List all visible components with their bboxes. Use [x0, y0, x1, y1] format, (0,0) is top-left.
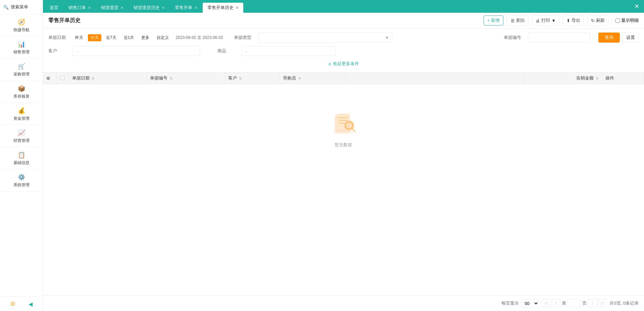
- tab-bar-right: ✕: [632, 3, 642, 10]
- date-opt-yesterday[interactable]: 昨天: [72, 34, 86, 41]
- th-customer-label: 客户: [228, 75, 237, 81]
- table-body: 暂无数据: [43, 84, 644, 171]
- add-button[interactable]: + 新增: [484, 15, 503, 25]
- collapse-button[interactable]: ∧ 收起更多条件: [324, 59, 363, 68]
- collapse-sidebar-icon[interactable]: ◀: [29, 301, 33, 307]
- next-page-btn[interactable]: ⟩: [588, 299, 597, 308]
- doc-type-section: 单据类型 ▼: [234, 33, 493, 43]
- empty-state: 暂无数据: [46, 87, 641, 168]
- th-customer[interactable]: 客户 ⇅: [225, 72, 280, 84]
- doc-type-arrow: ▼: [385, 35, 389, 40]
- export-icon: ⬆: [566, 18, 570, 23]
- sidebar-icon-sys-mgmt: ⚙️: [18, 173, 25, 181]
- header-checkbox[interactable]: [60, 75, 65, 80]
- tab-close-sales-return-history[interactable]: ✕: [162, 6, 165, 10]
- delete-button[interactable]: 🗑 删除: [507, 15, 529, 25]
- customer-sort-icon: ⇅: [239, 76, 242, 80]
- query-button[interactable]: 查询: [598, 33, 620, 43]
- refresh-button[interactable]: ↻ 刷新: [587, 15, 608, 25]
- date-opt-custom[interactable]: 自定义: [154, 34, 171, 41]
- last-page-btn[interactable]: ⟩⟩: [598, 299, 607, 308]
- prev-page-btn[interactable]: ⟨: [552, 299, 560, 308]
- per-page-label: 每页显示: [501, 300, 519, 306]
- customer-select[interactable]: ···: [72, 46, 200, 56]
- tab-bar: 首页销售订单✕销货退货✕销货退货历史✕零售开单✕零售开单历史✕ ✕: [43, 0, 644, 13]
- main-content: 首页销售订单✕销货退货✕销货退货历史✕零售开单✕零售开单历史✕ ✕ 零售开单历史…: [43, 0, 644, 311]
- tab-close-retail-open-history[interactable]: ✕: [236, 6, 239, 10]
- sidebar-item-basic-info[interactable]: 📋 基础信息: [0, 147, 43, 169]
- tab-label-sales-return-history: 销货退货历史: [134, 5, 160, 11]
- product-section: 商品 ···: [217, 46, 336, 56]
- date-opt-more[interactable]: 更多: [139, 34, 152, 41]
- sidebar-item-inventory[interactable]: 📦 库存核算: [0, 81, 43, 103]
- tab-close-retail-open[interactable]: ✕: [194, 6, 197, 10]
- sidebar-icon-finance: 💰: [18, 107, 25, 114]
- settings-icon[interactable]: ⚙: [10, 300, 15, 308]
- window-close-icon[interactable]: ✕: [632, 3, 642, 10]
- tab-sales-return-history[interactable]: 销货退货历史✕: [129, 3, 169, 13]
- table-header-row: ⚙ 单据日期 ⇅ 单据编号 ⇅ 客户 ⇅: [43, 72, 644, 84]
- empty-row: 暂无数据: [43, 84, 644, 171]
- per-page-select[interactable]: 50 10 20 100: [522, 299, 539, 308]
- settings-button[interactable]: 设置: [623, 33, 639, 43]
- sidebar-item-purchase-mgmt[interactable]: 🛒 采购管理: [0, 59, 43, 81]
- th-check[interactable]: [56, 72, 68, 84]
- sidebar-item-finance[interactable]: 💰 资金管理: [0, 103, 43, 125]
- print-button[interactable]: 🖨 打印 ▼: [532, 15, 559, 25]
- date-opt-last-month[interactable]: 近1月: [121, 34, 137, 41]
- sidebar-icon-inventory: 📦: [18, 85, 25, 92]
- display-detail-label: 显示明细: [621, 17, 639, 23]
- filter-row-1: 单据日期 昨天今天近7天近1月更多自定义 2023-06-02 至 2023-0…: [48, 33, 639, 43]
- page-title: 零售开单历史: [48, 17, 484, 24]
- guide-sort-icon: ⇅: [298, 76, 301, 80]
- th-amount[interactable]: 实销金额 ⇅: [524, 72, 602, 84]
- sidebar-item-sys-mgmt[interactable]: ⚙️ 系统管理: [0, 169, 43, 192]
- data-table: ⚙ 单据日期 ⇅ 单据编号 ⇅ 客户 ⇅: [43, 72, 644, 171]
- sidebar-search[interactable]: 🔍 搜索菜单: [0, 0, 43, 14]
- display-detail-checkbox[interactable]: [615, 18, 620, 23]
- th-date-label: 单据日期: [72, 75, 90, 81]
- first-page-btn[interactable]: ⟨⟨: [542, 299, 550, 308]
- amount-sort-icon: ⇅: [596, 76, 598, 80]
- doc-no-input[interactable]: [528, 33, 590, 43]
- tab-close-sales-return[interactable]: ✕: [120, 6, 123, 10]
- tab-home[interactable]: 首页: [45, 3, 63, 13]
- doc-type-select[interactable]: ▼: [258, 33, 392, 43]
- date-opt-last7[interactable]: 近7天: [103, 34, 119, 41]
- sidebar: 🔍 搜索菜单 🧭 快捷导航 📊 销售管理 🛒 采购管理 📦 库存核算 💰 资金管…: [0, 0, 43, 311]
- sidebar-item-sales-mgmt[interactable]: 📊 销售管理: [0, 37, 43, 59]
- tab-sales-return[interactable]: 销货退货✕: [96, 3, 128, 13]
- sidebar-label-quick-nav: 快捷导航: [13, 27, 30, 33]
- sidebar-bottom: ⚙ ◀: [0, 297, 43, 311]
- refresh-icon: ↻: [591, 18, 595, 23]
- th-guide[interactable]: 导购员 ⇅: [280, 72, 346, 84]
- tab-retail-open[interactable]: 零售开单✕: [170, 3, 202, 13]
- tab-close-sales-order[interactable]: ✕: [88, 6, 91, 10]
- th-no[interactable]: 单据编号 ⇅: [147, 72, 225, 84]
- svg-line-8: [352, 129, 355, 132]
- search-icon: 🔍: [3, 5, 9, 10]
- no-sort-icon: ⇅: [170, 76, 172, 80]
- date-opt-today[interactable]: 今天: [88, 34, 101, 41]
- date-sort-icon: ⇅: [92, 76, 94, 80]
- customer-label: 客户: [48, 48, 68, 54]
- empty-cell: 暂无数据: [43, 84, 644, 171]
- page-input[interactable]: 1: [567, 299, 581, 308]
- sidebar-label-sales-mgmt: 销售管理: [13, 49, 30, 55]
- tab-label-sales-return: 销货退货: [101, 5, 118, 11]
- tab-label-home: 首页: [50, 5, 58, 11]
- th-settings[interactable]: ⚙: [43, 72, 56, 84]
- th-spacer: [346, 72, 524, 84]
- sidebar-item-operation[interactable]: 📈 经营管理: [0, 125, 43, 147]
- th-no-label: 单据编号: [150, 75, 167, 81]
- tab-sales-order[interactable]: 销售订单✕: [64, 3, 96, 13]
- doc-no-section: 单据编号: [504, 33, 590, 43]
- tab-retail-open-history[interactable]: 零售开单历史✕: [203, 3, 243, 13]
- sidebar-label-basic-info: 基础信息: [13, 160, 30, 166]
- sidebar-item-quick-nav[interactable]: 🧭 快捷导航: [0, 14, 43, 37]
- sidebar-icon-basic-info: 📋: [18, 151, 25, 159]
- product-select[interactable]: ···: [242, 46, 336, 56]
- display-detail-toggle[interactable]: 显示明细: [615, 17, 639, 23]
- th-date[interactable]: 单据日期 ⇅: [68, 72, 147, 84]
- export-button[interactable]: ⬆ 导出: [563, 15, 584, 25]
